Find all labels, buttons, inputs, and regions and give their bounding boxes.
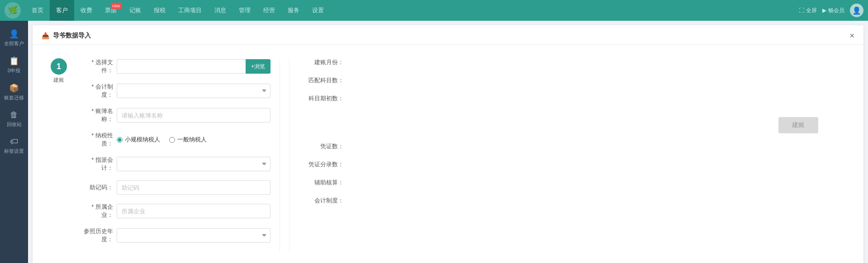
- form-main: * 选择文件： +浏览 * 会计制度：: [81, 58, 270, 252]
- nav-item-tax[interactable]: 报税: [147, 0, 172, 21]
- tax-type-label: * 纳税性质：: [81, 132, 117, 148]
- vip-icon: ▶: [822, 7, 826, 14]
- accountant-label: * 指派会计：: [81, 156, 117, 172]
- close-button[interactable]: ×: [849, 32, 854, 40]
- recycle-icon: 🗑: [10, 110, 18, 120]
- step-label: 建账: [53, 76, 64, 84]
- accountant-select[interactable]: [117, 157, 270, 171]
- vertical-divider: [280, 58, 280, 252]
- subject-init-row: 科目期初数：: [303, 94, 845, 103]
- nav-right: ⛶ 全屏 ▶ 畅会员 👤: [799, 4, 863, 17]
- history-year-row: 参照历史年度：: [81, 227, 270, 244]
- accounting-system-select[interactable]: [117, 84, 270, 98]
- accountant-row: * 指派会计：: [81, 156, 270, 172]
- file-input-group: +浏览: [117, 59, 270, 74]
- accounting-system2-label: 会计制度：: [303, 197, 348, 205]
- sidebar: 👤 全部客户 📋 0申报 📦 账套迁移 🗑 回收站 🏷 标签设置: [0, 21, 28, 263]
- ledger-name-label: * 账簿名称：: [81, 107, 117, 123]
- voucher-count-label: 凭证数：: [303, 142, 348, 150]
- fullscreen-icon: ⛶: [799, 7, 804, 14]
- company-row: * 所属企业：: [81, 203, 270, 219]
- step-number: 1: [51, 58, 67, 75]
- new-badge: new: [111, 3, 121, 9]
- step-indicator: 1 建账: [51, 58, 67, 252]
- user-avatar[interactable]: 👤: [850, 4, 863, 17]
- file-row: * 选择文件： +浏览: [81, 58, 270, 75]
- memo-row: 助记码：: [81, 180, 270, 195]
- build-month-row: 建账月份：: [303, 58, 845, 66]
- dialog-card: 📥 导爷数据导入 × 1 建账 * 选择文件：: [33, 25, 863, 263]
- nav-item-manage[interactable]: 管理: [232, 0, 257, 21]
- ledger-name-input[interactable]: [117, 108, 270, 122]
- migration-icon: 📦: [9, 83, 19, 93]
- file-input[interactable]: [117, 59, 246, 74]
- voucher-entries-row: 凭证分录数：: [303, 160, 845, 169]
- accounting-system-label: * 会计制度：: [81, 83, 117, 99]
- match-subjects-row: 匹配科目数：: [303, 76, 845, 85]
- nav-item-home[interactable]: 首页: [25, 0, 50, 21]
- create-account-button[interactable]: 建账: [778, 117, 818, 133]
- sidebar-item-tags[interactable]: 🏷 标签设置: [0, 132, 28, 159]
- tax-type-row: * 纳税性质： 小规模纳税人 一般纳税人: [81, 132, 270, 148]
- nav-item-business[interactable]: 工商项目: [172, 0, 208, 21]
- nav-item-bookkeeping[interactable]: 记账: [123, 0, 147, 21]
- nav-item-fees[interactable]: 收费: [74, 0, 99, 21]
- avatar-icon: 👤: [852, 6, 861, 15]
- match-subjects-label: 匹配科目数：: [303, 76, 348, 85]
- nav-items: 首页 客户 收费 票据 new 记账 报税 工商项目 消息 管理 经营 服务 设…: [25, 0, 799, 21]
- history-year-label: 参照历史年度：: [81, 227, 117, 244]
- general-taxpayer-radio[interactable]: 一般纳税人: [169, 136, 207, 144]
- dialog-title: 📥 导爷数据导入: [42, 32, 91, 40]
- nav-item-customers[interactable]: 客户: [50, 0, 74, 21]
- tax-radio-group: 小规模纳税人 一般纳税人: [117, 136, 270, 144]
- browse-button[interactable]: +浏览: [246, 59, 270, 74]
- company-input[interactable]: [117, 204, 270, 218]
- sidebar-item-all-customers[interactable]: 👤 全部客户: [0, 24, 28, 52]
- top-nav: 🌿 首页 客户 收费 票据 new 记账 报税 工商项目 消息 管理 经营 服务…: [0, 0, 868, 21]
- main-content: 📥 导爷数据导入 × 1 建账 * 选择文件：: [28, 21, 868, 263]
- company-label: * 所属企业：: [81, 203, 117, 219]
- sidebar-item-recycle[interactable]: 🗑 回收站: [0, 106, 28, 132]
- memo-input[interactable]: [117, 180, 270, 195]
- auxiliary-label: 辅助核算：: [303, 178, 348, 187]
- nav-item-settings[interactable]: 设置: [306, 0, 330, 21]
- sidebar-item-migration[interactable]: 📦 账套迁移: [0, 79, 28, 106]
- vip-btn[interactable]: ▶ 畅会员: [822, 7, 844, 14]
- form-area: 1 建账 * 选择文件： +浏览 * 会计制度：: [33, 45, 863, 263]
- nav-item-operations[interactable]: 经营: [257, 0, 281, 21]
- nav-item-messages[interactable]: 消息: [208, 0, 232, 21]
- small-taxpayer-radio[interactable]: 小规模纳税人: [117, 136, 160, 144]
- nav-logo[interactable]: 🌿: [5, 2, 21, 19]
- voucher-entries-label: 凭证分录数：: [303, 160, 348, 169]
- auxiliary-row: 辅助核算：: [303, 178, 845, 187]
- accounting-system2-row: 会计制度：: [303, 197, 845, 205]
- sidebar-item-declaration[interactable]: 📋 0申报: [0, 52, 28, 79]
- build-month-label: 建账月份：: [303, 58, 348, 66]
- fullscreen-btn[interactable]: ⛶ 全屏: [799, 7, 817, 14]
- form-right-panel: 建账月份： 匹配科目数： 科目期初数： 建账: [289, 58, 845, 252]
- declaration-icon: 📋: [9, 56, 19, 66]
- history-year-select[interactable]: [117, 228, 270, 243]
- dialog-title-icon: 📥: [42, 32, 49, 39]
- layout: 👤 全部客户 📋 0申报 📦 账套迁移 🗑 回收站 🏷 标签设置 📥 导: [0, 21, 868, 263]
- voucher-count-row: 凭证数：: [303, 142, 845, 150]
- dialog-header: 📥 导爷数据导入 ×: [33, 25, 863, 45]
- memo-label: 助记码：: [81, 183, 117, 192]
- ledger-name-row: * 账簿名称：: [81, 107, 270, 123]
- tags-icon: 🏷: [10, 137, 18, 146]
- subject-init-label: 科目期初数：: [303, 94, 348, 103]
- nav-item-invoices[interactable]: 票据 new: [99, 0, 123, 21]
- file-label: * 选择文件：: [81, 58, 117, 75]
- all-customers-icon: 👤: [9, 29, 19, 39]
- accounting-system-row: * 会计制度：: [81, 83, 270, 99]
- nav-item-services[interactable]: 服务: [281, 0, 306, 21]
